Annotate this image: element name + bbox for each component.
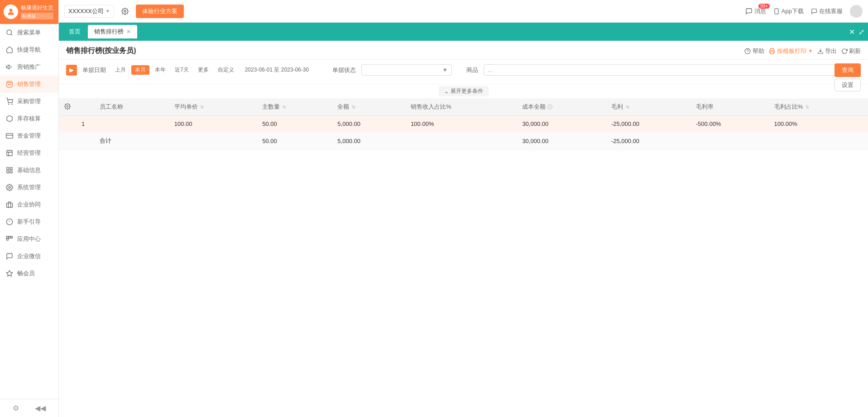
page-title: 销售排行榜(按业务员) [66, 46, 136, 56]
export-btn[interactable]: 导出 [817, 47, 837, 55]
row-gross-rate-cell: -500.00% [691, 116, 769, 132]
svg-rect-11 [10, 168, 12, 170]
filter-row-1: ▶ 单据日期 上月 本月 本年 近7天 更多 自定义 2023-06-01 至 … [66, 64, 861, 76]
sidebar-item-guide[interactable]: 新手引导 [0, 213, 58, 230]
tab-restore-icon[interactable]: ⤢ [858, 28, 864, 36]
date-tab-last-month[interactable]: 上月 [111, 65, 129, 75]
home-icon [5, 46, 14, 54]
row-amount-cell: 5,000.00 [332, 116, 405, 132]
sidebar-item-operations[interactable]: 经营管理 [0, 144, 58, 162]
sidebar-label-sales: 销售管理 [17, 80, 41, 88]
sidebar-label-guide: 新手引导 [17, 218, 41, 226]
settings-icon [5, 183, 14, 192]
sidebar-label-inventory: 库存核算 [17, 115, 41, 123]
print-chevron-icon: ▼ [808, 48, 813, 53]
export-label: 导出 [825, 47, 837, 55]
chevron-down-icon: ⌄ [444, 88, 449, 95]
svg-point-0 [10, 9, 13, 12]
sort-avg-price-icon[interactable]: ⇅ [200, 105, 204, 110]
footer-cost-cell: 30,000.00 [517, 132, 606, 150]
box-icon [5, 115, 14, 123]
tab-sales-rank[interactable]: 销售排行榜 ✕ [88, 25, 137, 38]
svg-rect-17 [6, 236, 8, 238]
sidebar-item-finance[interactable]: 资金管理 [0, 127, 58, 144]
help-label: 帮助 [753, 47, 764, 55]
sidebar-item-quick-nav[interactable]: 快捷导航 [0, 41, 58, 58]
expand-more-btn[interactable]: ⌄ 展开更多条件 [439, 86, 489, 96]
member-icon [5, 269, 14, 278]
message-btn[interactable]: 消息 99+ [745, 7, 766, 15]
sidebar-item-sales[interactable]: 销售管理 [0, 76, 58, 93]
online-service-btn[interactable]: 在线客服 [811, 7, 843, 15]
sidebar-settings-btn[interactable]: ⚙ [13, 404, 19, 412]
col-header-gross-rate: 毛利率 [691, 98, 769, 116]
row-gross-cell: -25,000.00 [606, 116, 691, 132]
col-header-sales-pct: 销售收入占比% [405, 98, 517, 116]
table-footer: 合计 50.00 5,000.00 30,000.00 -25,000.00 [59, 132, 868, 150]
sidebar-item-system[interactable]: 系统管理 [0, 179, 58, 196]
date-tab-custom[interactable]: 自定义 [214, 65, 238, 75]
sidebar-item-member[interactable]: 畅会员 [0, 265, 58, 282]
company-name: XXXXXX公司 [68, 7, 104, 15]
col-header-gross: 毛利 ⇅ [606, 98, 691, 116]
sidebar-label-system: 系统管理 [17, 183, 41, 192]
sidebar-item-appstore[interactable]: 应用中心 [0, 230, 58, 248]
logo-tag: 标准版 [21, 13, 53, 19]
row-qty-cell: 50.00 [257, 116, 332, 132]
template-print-btn[interactable]: 按模板打印 ▼ [769, 47, 813, 55]
col-header-gross-pct: 毛利占比% ⇅ [769, 98, 868, 116]
sidebar-item-enterprise[interactable]: 企业协同 [0, 196, 58, 213]
col-header-cost: 成本全额 ⓘ [517, 98, 606, 116]
sidebar-label-finance: 资金管理 [17, 132, 41, 140]
tab-home[interactable]: 首页 [62, 25, 87, 38]
filter-expand-arrow[interactable]: ▶ [66, 65, 77, 76]
col-header-settings [59, 98, 76, 116]
app-download-btn[interactable]: App下载 [773, 7, 804, 15]
date-filter-label: 单据日期 [82, 66, 106, 74]
col-header-rank [76, 98, 94, 116]
date-tab-last7[interactable]: 近7天 [171, 65, 192, 75]
sidebar-item-wechat[interactable]: 企业微信 [0, 248, 58, 265]
sidebar-item-search-order[interactable]: 搜索菜单 [0, 24, 58, 41]
sidebar-item-basics[interactable]: 基础信息 [0, 162, 58, 179]
sort-gross-icon[interactable]: ⇅ [626, 105, 629, 110]
col-header-name: 员工名称 [94, 98, 169, 116]
svg-marker-3 [6, 65, 9, 69]
svg-point-1 [7, 30, 12, 35]
user-avatar[interactable] [850, 5, 863, 18]
date-tab-this-month[interactable]: 本月 [131, 65, 149, 75]
footer-label-cell: 合计 [94, 132, 169, 150]
table-wrapper: 员工名称 平均单价 ⇅ 主数量 ⇅ 全额 ⇅ [59, 98, 868, 417]
refresh-label: 刷新 [849, 47, 861, 55]
filter-container: ▶ 单据日期 上月 本月 本年 近7天 更多 自定义 2023-06-01 至 … [59, 60, 868, 98]
header-right: 消息 99+ App下载 在线客服 [745, 5, 863, 18]
row-avg-price-cell: 100.00 [169, 116, 257, 132]
sidebar-item-inventory[interactable]: 库存核算 [0, 110, 58, 127]
sort-gross-pct-icon[interactable]: ⇅ [806, 105, 809, 110]
filter-settings-button[interactable]: 设置 [834, 79, 861, 91]
svg-point-14 [9, 187, 10, 188]
date-tab-more[interactable]: 更多 [194, 65, 212, 75]
row-settings-cell [59, 116, 76, 132]
trial-button[interactable]: 体验行业方案 [136, 5, 184, 18]
date-tab-this-year[interactable]: 本年 [151, 65, 169, 75]
sidebar-collapse-btn[interactable]: ◀◀ [35, 404, 46, 412]
goods-input[interactable]: ... [484, 64, 861, 76]
help-btn[interactable]: 帮助 [744, 47, 764, 55]
sidebar-item-purchase[interactable]: 采购管理 [0, 93, 58, 110]
status-select[interactable]: ▼ [361, 64, 452, 76]
svg-rect-19 [11, 236, 13, 238]
query-button[interactable]: 查询 [834, 63, 861, 77]
tab-close-icon[interactable]: ✕ [126, 29, 131, 35]
refresh-btn[interactable]: 刷新 [841, 47, 861, 55]
header-settings-btn[interactable] [119, 5, 131, 18]
sidebar: 畅康通好生意 标准版 搜索菜单 快捷导航 营销推广 销售管理 [0, 0, 59, 417]
row-gross-pct-cell: 100.00% [769, 116, 868, 132]
tab-close-all-icon[interactable]: ✕ [849, 28, 855, 36]
wechat-icon [5, 252, 14, 260]
company-selector[interactable]: XXXXXX公司 ▼ [64, 5, 114, 18]
sort-amount-icon[interactable]: ⇅ [352, 105, 355, 110]
sort-qty-icon[interactable]: ⇅ [283, 105, 286, 110]
sidebar-item-marketing[interactable]: 营销推广 [0, 58, 58, 76]
tab-bar-controls: ✕ ⤢ [849, 28, 864, 36]
